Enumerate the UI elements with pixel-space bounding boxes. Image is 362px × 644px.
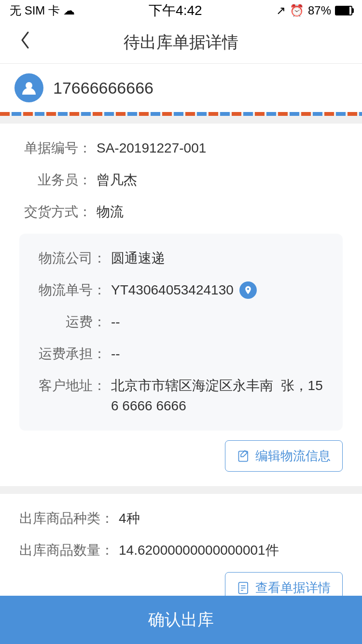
battery-text: 87% xyxy=(308,4,331,17)
goods-quantity-row: 出库商品数量： 14.62000000000000001件 xyxy=(19,540,343,560)
address-row: 客户地址： 北京市市辖区海淀区永丰南 张，156 6666 6666 xyxy=(34,376,328,416)
goods-quantity-label: 出库商品数量： xyxy=(19,540,119,560)
track-location-icon[interactable] xyxy=(239,281,257,299)
confirm-bar[interactable]: 确认出库 xyxy=(0,596,362,644)
logistics-tracking-row: 物流单号： YT43064053424130 xyxy=(34,280,328,300)
logistics-tracking-label: 物流单号： xyxy=(34,280,111,300)
order-no-value: SA-20191227-001 xyxy=(97,138,343,158)
sim-text: 无 SIM 卡 ☁ xyxy=(10,3,75,18)
goods-type-label: 出库商品种类： xyxy=(19,508,119,529)
edit-icon xyxy=(237,449,251,463)
section-divider xyxy=(0,486,362,494)
logistics-company-value: 圆通速递 xyxy=(111,248,328,268)
person-icon xyxy=(20,79,38,97)
freight-row: 运费： -- xyxy=(34,312,328,332)
status-bar-right: ↗ ⏰ 87% xyxy=(276,4,352,17)
svg-point-0 xyxy=(26,82,32,89)
back-button[interactable] xyxy=(14,26,36,59)
goods-quantity-value: 14.62000000000000001件 xyxy=(119,540,343,560)
salesman-row: 业务员： 曾凡杰 xyxy=(19,170,343,190)
status-bar: 无 SIM 卡 ☁ 下午4:42 ↗ ⏰ 87% xyxy=(0,0,362,21)
logistics-box: 物流公司： 圆通速递 物流单号： YT43064053424130 运费： -- xyxy=(19,234,343,431)
edit-logistics-container: 编辑物流信息 xyxy=(19,440,343,472)
delivery-label: 交货方式： xyxy=(19,202,97,222)
goods-type-value: 4种 xyxy=(119,508,343,529)
customer-phone: 17666666666 xyxy=(53,79,153,98)
order-no-row: 单据编号： SA-20191227-001 xyxy=(19,138,343,158)
salesman-value: 曾凡杰 xyxy=(97,170,343,190)
freight-label: 运费： xyxy=(34,312,111,332)
confirm-button-label: 确认出库 xyxy=(148,609,214,631)
customer-header: 17666666666 xyxy=(0,64,362,112)
freight-value: -- xyxy=(111,312,328,332)
order-no-label: 单据编号： xyxy=(19,138,97,158)
battery-icon xyxy=(335,6,352,15)
address-value: 北京市市辖区海淀区永丰南 张，156 6666 6666 xyxy=(111,376,328,416)
delivery-row: 交货方式： 物流 xyxy=(19,202,343,222)
address-label: 客户地址： xyxy=(34,376,111,396)
customer-avatar xyxy=(14,73,43,102)
freight-bearer-row: 运费承担： -- xyxy=(34,344,328,364)
status-bar-time: 下午4:42 xyxy=(149,1,202,20)
goods-type-row: 出库商品种类： 4种 xyxy=(19,508,343,529)
view-details-label: 查看单据详情 xyxy=(255,579,331,596)
alarm-icon: ⏰ xyxy=(290,4,304,17)
order-info-section: 单据编号： SA-20191227-001 业务员： 曾凡杰 交货方式： 物流 … xyxy=(0,124,362,486)
nav-bar: 待出库单据详情 xyxy=(0,21,362,64)
dashed-separator xyxy=(0,112,362,116)
edit-logistics-label: 编辑物流信息 xyxy=(255,448,331,464)
page-title: 待出库单据详情 xyxy=(124,31,238,54)
delivery-value: 物流 xyxy=(97,202,343,222)
logistics-tracking-value: YT43064053424130 xyxy=(111,280,328,300)
logistics-company-label: 物流公司： xyxy=(34,248,111,268)
logistics-company-row: 物流公司： 圆通速递 xyxy=(34,248,328,268)
freight-bearer-value: -- xyxy=(111,344,328,364)
salesman-label: 业务员： xyxy=(19,170,97,190)
document-icon xyxy=(237,581,251,595)
status-bar-left: 无 SIM 卡 ☁ xyxy=(10,3,75,18)
main-content: 17666666666 单据编号： SA-20191227-001 业务员： 曾… xyxy=(0,64,362,644)
edit-logistics-button[interactable]: 编辑物流信息 xyxy=(225,440,343,472)
location-icon: ↗ xyxy=(276,4,286,17)
location-pin-icon xyxy=(243,285,253,295)
freight-bearer-label: 运费承担： xyxy=(34,344,111,364)
